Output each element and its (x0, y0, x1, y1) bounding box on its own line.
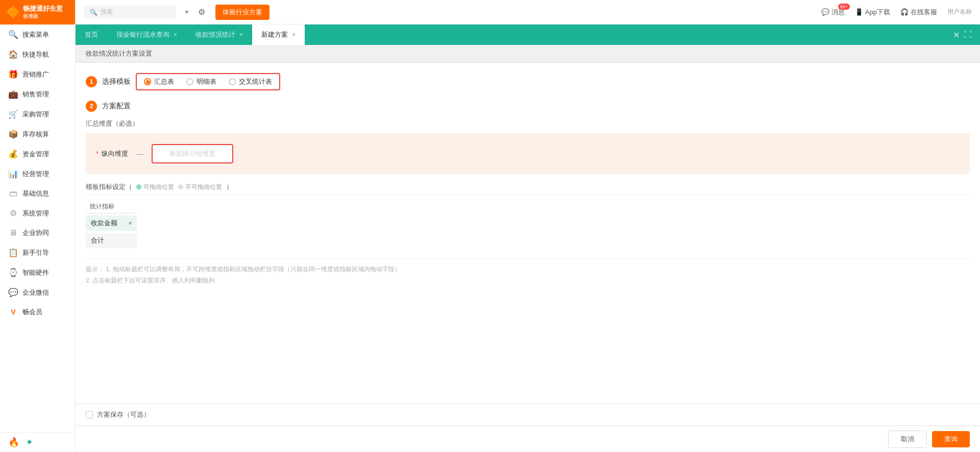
tab-new-plan-label: 新建方案 (261, 30, 288, 39)
user-name: 用户名称 (947, 8, 972, 16)
sidebar-item-search-menu[interactable]: 🔍 搜索菜单 (0, 25, 75, 44)
tab-new-plan[interactable]: 新建方案 × (252, 25, 305, 45)
sidebar-item-smart-hw[interactable]: ⌚ 智能硬件 (0, 263, 75, 282)
app-download-link[interactable]: 📱 App下载 (855, 8, 890, 17)
legend-fixed-label: 不可拖动位置 (185, 183, 222, 192)
topbar-right: 💬 消息 99+ 📱 App下载 🎧 在线客服 用户名称 (821, 8, 972, 17)
metrics-grid: 统计指标 收款金额 ▾ 合计 (86, 200, 970, 248)
dim-arrow: — (136, 150, 143, 158)
search-icon: 🔍 (90, 9, 97, 16)
sidebar-item-label: 营销推广 (22, 70, 49, 79)
radio-detail-label: 明细表 (197, 77, 216, 86)
sidebar-item-label: 智能硬件 (22, 268, 49, 277)
notification-badge: 99+ (838, 4, 850, 10)
sidebar-item-membership[interactable]: V 畅会员 (0, 302, 75, 322)
newbie-icon: 📋 (8, 248, 18, 257)
base-info-icon: 🗃 (8, 189, 18, 198)
save-checkbox[interactable] (86, 411, 93, 418)
settings-icon[interactable]: ⚙ (198, 7, 205, 17)
radio-detail-circle (186, 78, 193, 85)
vertical-dim-label: * 纵向维度 (96, 149, 128, 158)
metrics-title-end: ） (226, 182, 233, 192)
radio-summary[interactable]: 汇总表 (144, 77, 174, 86)
main-area: 🔍 搜索 ▼ ⚙ 体验行业方案 💬 消息 99+ 📱 App下载 🎧 在线客服 … (76, 0, 980, 452)
sidebar-item-quick-nav[interactable]: 🏠 快捷导航 (0, 44, 75, 64)
sidebar-item-label: 企业微信 (22, 288, 49, 297)
step2-header: 2 方案配置 (86, 101, 970, 112)
legend-movable-label: 可拖动位置 (143, 183, 174, 192)
notification-button[interactable]: 💬 消息 99+ (821, 8, 845, 17)
search-text: 搜索 (101, 8, 113, 16)
tip-line-1-text: 提示： 1. 拖动标题栏可以调整布局，不可跨维度或指标区域拖动栏目字段（只能在同… (86, 264, 401, 275)
sidebar-logo: 🔶 畅捷通好生意 标准版 (0, 0, 75, 25)
sidebar-item-label: 基础信息 (22, 189, 49, 198)
breadcrumb-text: 收款情况统计方案设置 (86, 50, 152, 57)
tab-close-all-icon[interactable]: ✕ (953, 30, 960, 40)
sidebar-item-label: 新手引导 (22, 248, 49, 257)
tabbar-actions: ✕ ⛶ (953, 30, 980, 40)
sidebar-item-marketing[interactable]: 🎁 营销推广 (0, 64, 75, 84)
logo-name: 畅捷通好生意 (23, 5, 63, 13)
query-button[interactable]: 查询 (932, 431, 970, 447)
save-label: 方案保存（可选） (97, 410, 150, 419)
dimension-section-title: 汇总维度（必选） (86, 119, 970, 128)
dim-placeholder-select[interactable]: 请选择分组维度 (152, 144, 233, 163)
footer-bar: 取消 查询 (76, 425, 980, 452)
tab-collection-stats[interactable]: 收款情况统计 × (186, 25, 252, 45)
tab-collection-stats-close[interactable]: × (239, 31, 243, 38)
online-service-link[interactable]: 🎧 在线客服 (900, 8, 937, 17)
sidebar-bottom: 🔥 ✦ (0, 432, 75, 452)
tab-home[interactable]: 首页 (76, 25, 107, 45)
sidebar-item-newbie[interactable]: 📋 新手引导 (0, 243, 75, 263)
tab-bank-flow-label: 现金银行流水查询 (116, 30, 169, 39)
metrics-tag-collection-amount[interactable]: 收款金额 ▾ (86, 216, 137, 231)
page-breadcrumb: 收款情况统计方案设置 (76, 45, 980, 63)
tab-expand-icon[interactable]: ⛶ (964, 30, 972, 39)
sidebar-item-corp-collab[interactable]: 🖥 企业协同 (0, 223, 75, 243)
purchase-icon: 🛒 (8, 109, 18, 119)
sidebar-item-label: 销售管理 (22, 90, 49, 99)
quick-nav-icon: 🏠 (8, 50, 18, 59)
sidebar-bottom-icon1: 🔥 (8, 437, 19, 448)
metrics-tag-dropdown-icon[interactable]: ▾ (129, 220, 132, 227)
metrics-subtag-total: 合计 (86, 233, 137, 248)
service-icon: 🎧 (900, 8, 909, 16)
tab-new-plan-close[interactable]: × (292, 31, 296, 38)
movable-dot (136, 184, 141, 189)
metrics-col-title: 统计指标 (86, 200, 137, 213)
logo-icon: 🔶 (6, 6, 20, 19)
tips-area: 提示： 1. 拖动标题栏可以调整布局，不可跨维度或指标区域拖动栏目字段（只能在同… (86, 258, 970, 291)
radio-cross-label: 交叉统计表 (239, 77, 272, 86)
sidebar-item-operations[interactable]: 📊 经营管理 (0, 164, 75, 184)
sidebar-item-corp-wechat[interactable]: 💬 企业微信 (0, 282, 75, 302)
sidebar-item-system[interactable]: ⚙ 系统管理 (0, 203, 75, 223)
operations-icon: 📊 (8, 169, 18, 179)
tab-bank-flow-close[interactable]: × (174, 31, 177, 38)
topbar-search[interactable]: 🔍 搜索 (84, 6, 176, 18)
sidebar-item-sales[interactable]: 💼 销售管理 (0, 84, 75, 104)
topbar-expand-arrow[interactable]: ▼ (184, 9, 190, 16)
tip-line-2: 2. 点击标题栏下拉可设置排序、插入列和删除列 (86, 275, 970, 287)
radio-detail[interactable]: 明细表 (186, 77, 216, 86)
radio-summary-circle (144, 78, 151, 85)
sidebar-item-inventory[interactable]: 📦 库存核算 (0, 124, 75, 144)
legend-fixed: 不可拖动位置 (178, 183, 222, 192)
sidebar-item-base-info[interactable]: 🗃 基础信息 (0, 184, 75, 203)
corp-wechat-icon: 💬 (8, 288, 18, 297)
sidebar-item-label: 搜索菜单 (22, 30, 49, 39)
sidebar-item-label: 库存核算 (22, 130, 49, 139)
radio-cross[interactable]: 交叉统计表 (229, 77, 272, 86)
sidebar-item-label: 快捷导航 (22, 50, 49, 59)
sidebar-item-finance[interactable]: 💰 资金管理 (0, 144, 75, 164)
vertical-dim-row: * 纵向维度 — 请选择分组维度 (96, 144, 233, 163)
marketing-icon: 🎁 (8, 69, 18, 79)
tab-bank-flow[interactable]: 现金银行流水查询 × (107, 25, 186, 45)
dimension-config-section: 汇总维度（必选） * 纵向维度 — 请选择分组维度 (86, 119, 970, 174)
template-selection: 汇总表 明细表 交叉统计表 (136, 73, 280, 90)
tabbar: 首页 现金银行流水查询 × 收款情况统计 × 新建方案 × ✕ ⛶ (76, 25, 980, 45)
sidebar-item-purchase[interactable]: 🛒 采购管理 (0, 104, 75, 124)
sidebar-item-label: 资金管理 (22, 150, 49, 159)
cancel-button[interactable]: 取消 (888, 431, 927, 448)
radio-cross-circle (229, 78, 236, 85)
industry-solution-button[interactable]: 体验行业方案 (215, 5, 270, 20)
